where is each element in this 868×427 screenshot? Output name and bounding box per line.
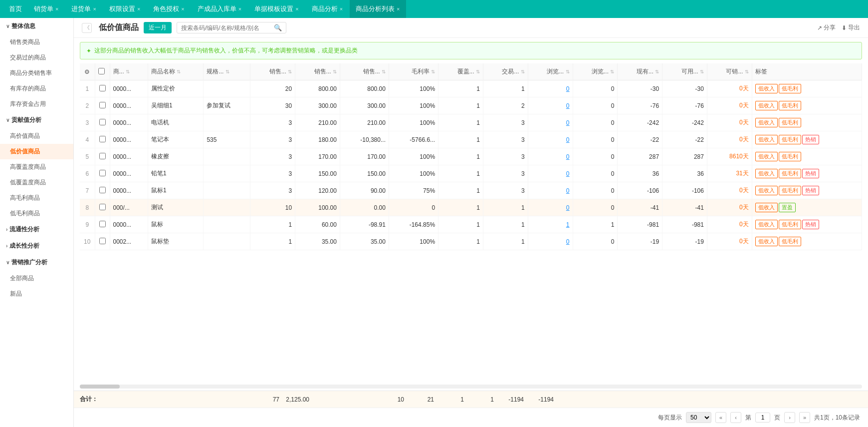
- scrollbar-thumb[interactable]: [80, 385, 120, 389]
- row-browse1: 0: [528, 114, 573, 131]
- row-checkbox[interactable]: [99, 119, 106, 125]
- browse1-link[interactable]: 0: [566, 187, 570, 194]
- page-size-select[interactable]: 50 100 200: [686, 412, 711, 423]
- trade-column-header[interactable]: 交易... ⇅: [483, 63, 528, 80]
- code-column-header[interactable]: 商... ⇅: [110, 63, 148, 80]
- close-product-analysis[interactable]: ×: [340, 6, 343, 12]
- close-permission[interactable]: ×: [137, 6, 140, 12]
- stock2-column-header[interactable]: 可用... ⇅: [662, 63, 707, 80]
- close-template-setting[interactable]: ×: [295, 6, 298, 12]
- close-role-auth[interactable]: ×: [181, 6, 184, 12]
- sidebar-item-stock-capital[interactable]: 库存资金占用: [0, 96, 73, 112]
- row-stock2: -981: [662, 216, 707, 233]
- next-page-button[interactable]: ›: [784, 412, 795, 423]
- row-checkbox[interactable]: [99, 221, 106, 227]
- product-tag: 低收入: [755, 101, 778, 110]
- browse1-link[interactable]: 0: [566, 119, 570, 126]
- share-button[interactable]: ↗ 分享: [817, 23, 836, 32]
- browse1-link[interactable]: 0: [566, 102, 570, 109]
- footer-cover: 10: [377, 396, 407, 403]
- prev-page-button[interactable]: ‹: [730, 412, 741, 423]
- export-button[interactable]: ⬇ 导出: [842, 23, 860, 32]
- row-sale-qty: 3: [250, 148, 295, 165]
- sidebar-item-high-margin[interactable]: 高毛利商品: [0, 190, 73, 206]
- browse1-link[interactable]: 0: [566, 170, 570, 177]
- nav-sales-order[interactable]: 销货单 ×: [28, 0, 64, 18]
- row-checkbox[interactable]: [99, 136, 106, 142]
- sidebar-group-overall[interactable]: ∨ 整体信息: [0, 18, 73, 34]
- sidebar-item-low-cover[interactable]: 低覆盖度商品: [0, 175, 73, 190]
- nav-purchase-order[interactable]: 进货单 ×: [65, 0, 102, 18]
- row-sale-qty: 3: [250, 131, 295, 148]
- nav-permission[interactable]: 权限设置 ×: [103, 0, 146, 18]
- search-input[interactable]: [181, 24, 271, 31]
- browse1-column-header[interactable]: 浏览... ⇅: [528, 63, 573, 80]
- close-product-analysis-list[interactable]: ×: [397, 6, 400, 12]
- browse1-link[interactable]: 0: [566, 238, 570, 245]
- spec-column-header[interactable]: 规格... ⇅: [204, 63, 250, 80]
- row-browse1: 0: [528, 233, 573, 250]
- row-checkbox[interactable]: [99, 85, 106, 91]
- row-checkbox[interactable]: [99, 170, 106, 176]
- row-checkbox[interactable]: [99, 187, 106, 193]
- sale-amt-column-header[interactable]: 销售... ⇅: [295, 63, 340, 80]
- browse1-link[interactable]: 1: [566, 221, 570, 228]
- nav-role-auth[interactable]: 角色授权 ×: [147, 0, 190, 18]
- sidebar-item-traded-products[interactable]: 交易过的商品: [0, 50, 73, 65]
- row-sale-amt: 170.00: [295, 148, 340, 165]
- sidebar-item-low-value[interactable]: 低价值商品: [0, 144, 73, 159]
- sidebar-item-high-cover[interactable]: 高覆盖度商品: [0, 159, 73, 175]
- name-column-header[interactable]: 商品名称 ⇅: [148, 63, 204, 80]
- sidebar-item-all-products[interactable]: 全部商品: [0, 271, 73, 286]
- row-checkbox[interactable]: [99, 102, 106, 108]
- close-purchase-order[interactable]: ×: [93, 6, 96, 12]
- sidebar-item-low-margin[interactable]: 低毛利商品: [0, 206, 73, 221]
- sellable-column-header[interactable]: 可销... ⇅: [707, 63, 752, 80]
- sidebar-group-growth[interactable]: › 成长性分析: [0, 238, 73, 254]
- nav-home[interactable]: 首页: [4, 0, 27, 18]
- row-checkbox[interactable]: [99, 153, 106, 159]
- filter-recent-month-button[interactable]: 近一月: [144, 22, 172, 33]
- nav-template-setting[interactable]: 单据模板设置 ×: [248, 0, 304, 18]
- close-product-stock[interactable]: ×: [238, 6, 241, 12]
- browse2-column-header[interactable]: 浏览... ⇅: [573, 63, 618, 80]
- sidebar-item-new-products[interactable]: 新品: [0, 286, 73, 302]
- page-number-input[interactable]: [755, 413, 770, 423]
- row-cover: 1: [438, 148, 483, 165]
- nav-product-stock[interactable]: 产成品入库单 ×: [192, 0, 247, 18]
- cover-column-header[interactable]: 覆盖... ⇅: [438, 63, 483, 80]
- first-page-button[interactable]: «: [715, 412, 726, 423]
- select-all-checkbox[interactable]: [98, 68, 105, 74]
- sale-avg-column-header[interactable]: 销售... ⇅: [340, 63, 389, 80]
- sidebar-group-marketing[interactable]: ∨ 营销推广分析: [0, 254, 73, 271]
- sidebar-item-category-rate[interactable]: 商品分类销售率: [0, 65, 73, 81]
- nav-product-analysis-list[interactable]: 商品分析列表 ×: [350, 0, 406, 18]
- sidebar-item-high-value[interactable]: 高价值商品: [0, 128, 73, 144]
- sidebar-item-sales-products[interactable]: 销售类商品: [0, 34, 73, 50]
- gross-rate-column-header[interactable]: 毛利率 ⇅: [389, 63, 438, 80]
- collapse-sidebar-button[interactable]: 《: [82, 23, 92, 33]
- row-sale-amt: 800.00: [295, 80, 340, 97]
- sort-cover-icon: ⇅: [476, 69, 480, 74]
- browse1-link[interactable]: 0: [566, 204, 570, 211]
- row-stock2: -22: [662, 131, 707, 148]
- row-checkbox[interactable]: [99, 238, 106, 244]
- row-tags: 低收入低毛利热销: [752, 216, 862, 233]
- last-page-button[interactable]: »: [799, 412, 810, 423]
- search-icon[interactable]: 🔍: [274, 24, 282, 31]
- sidebar-group-circulation[interactable]: › 流通性分析: [0, 221, 73, 238]
- row-checkbox[interactable]: [99, 204, 106, 210]
- browse1-link[interactable]: 0: [566, 136, 570, 143]
- row-num: 7: [80, 182, 95, 199]
- sale-qty-column-header[interactable]: 销售... ⇅: [250, 63, 295, 80]
- browse1-link[interactable]: 0: [566, 153, 570, 160]
- close-sales-order[interactable]: ×: [55, 6, 58, 12]
- footer-total-label: 合计：: [80, 395, 98, 404]
- stock1-column-header[interactable]: 现有... ⇅: [618, 63, 662, 80]
- browse1-link[interactable]: 0: [566, 85, 570, 92]
- sidebar-group-contribution[interactable]: ∨ 贡献值分析: [0, 112, 73, 128]
- sidebar-item-stock-products[interactable]: 有库存的商品: [0, 81, 73, 96]
- nav-product-analysis[interactable]: 商品分析 ×: [306, 0, 349, 18]
- horizontal-scrollbar[interactable]: [80, 385, 862, 389]
- settings-column-header[interactable]: ⚙: [80, 63, 95, 80]
